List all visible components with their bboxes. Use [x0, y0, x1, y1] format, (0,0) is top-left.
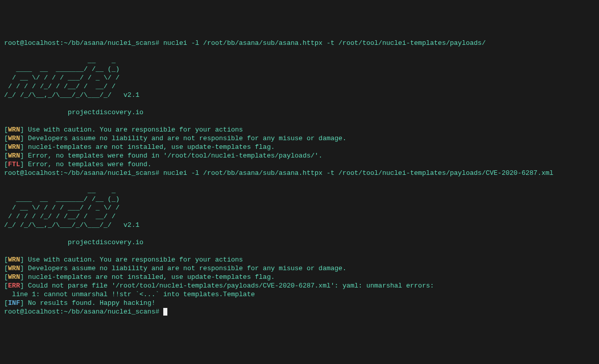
- log-bracket: [: [4, 256, 8, 264]
- shell-prompt: root@localhost:~/bb/asana/nuclei_scans#: [4, 169, 159, 177]
- ascii-banner: __ _ ____ __ _______/ /__ (_) / __ \/ / …: [4, 187, 143, 246]
- log-message: Could not parse file '/root/tool/nuclei-…: [4, 282, 434, 298]
- log-level: WRN: [8, 273, 20, 281]
- log-message: Error, no templates were found.: [28, 161, 152, 168]
- log-bracket: ]: [20, 282, 24, 290]
- log-level: WRN: [8, 143, 20, 151]
- log-message: Developers assume no liability and are n…: [28, 265, 346, 272]
- log-bracket: [: [4, 299, 8, 307]
- log-bracket: ]: [20, 161, 24, 168]
- shell-prompt: root@localhost:~/bb/asana/nuclei_scans#: [4, 39, 159, 47]
- log-level: WRN: [8, 152, 20, 160]
- log-message: Error, no templates were found in '/root…: [28, 152, 322, 160]
- log-message: Developers assume no liability and are n…: [28, 135, 346, 142]
- log-bracket: ]: [20, 135, 24, 142]
- log-message: nuclei-templates are not installed, use …: [28, 143, 275, 151]
- log-level: WRN: [8, 265, 20, 272]
- log-level: WRN: [8, 126, 20, 134]
- log-bracket: [: [4, 161, 8, 168]
- log-bracket: [: [4, 282, 8, 290]
- log-bracket: ]: [20, 256, 24, 264]
- log-bracket: ]: [20, 265, 24, 272]
- log-bracket: [: [4, 143, 8, 151]
- log-bracket: [: [4, 152, 8, 160]
- log-level: INF: [8, 299, 20, 307]
- log-bracket: [: [4, 265, 8, 272]
- shell-command: nuclei -l /root/bb/asana/sub/asana.httpx…: [163, 39, 486, 47]
- log-message: nuclei-templates are not installed, use …: [28, 273, 275, 281]
- log-message: No results found. Happy hacking!: [28, 299, 156, 307]
- log-bracket: ]: [20, 273, 24, 281]
- log-bracket: [: [4, 273, 8, 281]
- shell-prompt: root@localhost:~/bb/asana/nuclei_scans#: [4, 308, 159, 316]
- log-message: Use with caution. You are responsible fo…: [28, 256, 243, 264]
- log-bracket: ]: [20, 299, 24, 307]
- log-level: ERR: [8, 282, 20, 290]
- log-bracket: [: [4, 126, 8, 134]
- log-level: WRN: [8, 256, 20, 264]
- shell-command: nuclei -l /root/bb/asana/sub/asana.httpx…: [163, 169, 554, 177]
- log-bracket: ]: [20, 152, 24, 160]
- log-bracket: [: [4, 135, 8, 142]
- ascii-banner: __ _ ____ __ _______/ /__ (_) / __ \/ / …: [4, 57, 143, 116]
- log-message: Use with caution. You are responsible fo…: [28, 126, 243, 134]
- log-bracket: ]: [20, 143, 24, 151]
- log-level: FTL: [8, 161, 20, 168]
- terminal-output[interactable]: root@localhost:~/bb/asana/nuclei_scans# …: [4, 39, 595, 316]
- cursor: [163, 308, 167, 316]
- log-bracket: ]: [20, 126, 24, 134]
- log-level: WRN: [8, 135, 20, 142]
